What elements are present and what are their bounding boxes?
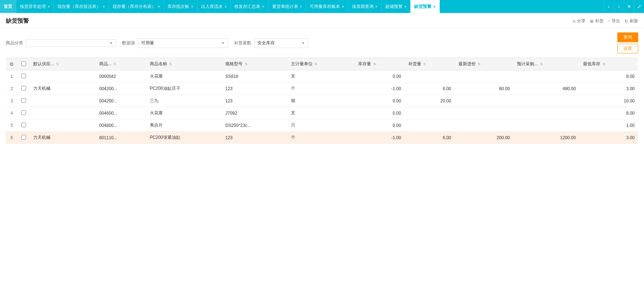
- nav-tab-5[interactable]: 出入库流水 ×: [197, 0, 231, 13]
- filter-actions: 查询 设置: [617, 32, 638, 53]
- row-product-name-4: 火花塞: [146, 107, 222, 119]
- row-unit-2: 个: [287, 83, 355, 95]
- refresh-button[interactable]: ↻ 刷新: [625, 18, 638, 24]
- row-product-name-5: 离合片: [146, 119, 222, 132]
- nav-close-button[interactable]: ✕: [624, 0, 634, 13]
- datasource-label: 数据源: [122, 40, 135, 46]
- unit-sort-icon: ⇅: [314, 62, 317, 66]
- row-product-code-1: 0000042: [96, 70, 146, 83]
- category-label: 商品分类: [6, 40, 23, 46]
- share-button[interactable]: ⎋ 分享: [573, 18, 586, 24]
- replenish-qty-sort-icon: ⇅: [423, 62, 426, 66]
- col-replenish-qty[interactable]: 补货量 ⇅: [405, 58, 455, 70]
- main-content: 缺货预警 ⎋ 分享 ⊞ 补货 ↑ 导出 ↻ 刷新 商品分类: [0, 13, 644, 287]
- category-select[interactable]: ▼: [26, 39, 116, 47]
- datasource-select[interactable]: 可用量 ▼: [138, 38, 228, 48]
- nav-tab-11[interactable]: 缺货预警 ×: [410, 0, 439, 13]
- row-spec-1: SS816: [222, 70, 287, 83]
- row-checkbox-6[interactable]: [18, 132, 30, 144]
- close-tab-2[interactable]: ×: [103, 4, 105, 9]
- page-title: 缺货预警: [6, 17, 29, 25]
- share-icon: ⎋: [573, 19, 575, 24]
- close-tab-7[interactable]: ×: [300, 4, 302, 9]
- replenish-label: 补货基数: [234, 40, 251, 46]
- nav-expand-button[interactable]: ⤢: [634, 0, 644, 13]
- row-product-name-2: PC200油缸庄子: [146, 83, 222, 95]
- nav-tab-8[interactable]: 可用量库存账本 ×: [306, 0, 348, 13]
- query-button[interactable]: 查询: [617, 32, 638, 42]
- col-unit[interactable]: 主计量单位 ⇅: [287, 58, 355, 70]
- close-tab-5[interactable]: ×: [225, 4, 227, 9]
- nav-tab-home[interactable]: 首页: [0, 0, 16, 13]
- row-stock-3: 0.00: [354, 95, 405, 107]
- row-spec-2: 123: [222, 83, 287, 95]
- select-all-checkbox[interactable]: [21, 61, 26, 66]
- row-stock-6: -1.00: [354, 132, 405, 144]
- col-product-code[interactable]: 商品... ⇅: [96, 58, 146, 70]
- latest-price-sort-icon: ⇅: [478, 62, 480, 66]
- nav-prev-button[interactable]: ‹: [604, 0, 614, 13]
- product-name-sort-icon: ⇅: [169, 62, 172, 66]
- export-button[interactable]: ↑ 导出: [608, 18, 620, 24]
- replenish-value: 安全库存: [257, 40, 275, 46]
- gear-icon[interactable]: ⚙: [9, 61, 14, 67]
- col-est-purchase[interactable]: 预计采购... ⇅: [513, 58, 579, 70]
- nav-tab-10[interactable]: 超储预警 ×: [382, 0, 410, 13]
- data-table-container: ⚙ 默认供应... ⇅ 商品... ⇅ 商品名称 ⇅: [0, 58, 644, 144]
- row-spec-3: 123: [222, 95, 287, 107]
- nav-tab-2[interactable]: 现存量（库存状况表） ×: [54, 0, 109, 13]
- row-num-5: 5: [6, 119, 18, 132]
- table-row: 6 力天机械 801110... PC200张紧油缸 123 个 -1.00 6…: [6, 132, 638, 144]
- row-spec-6: 123: [222, 132, 287, 144]
- row-est-purchase-4: [513, 107, 579, 119]
- col-spec[interactable]: 规格型号 ⇅: [222, 58, 287, 70]
- table-row: 3 004200... 三九 123 箱 0.00 20.00 10.00: [6, 95, 638, 107]
- row-product-code-2: 004200...: [96, 83, 146, 95]
- replenish-icon: ⊞: [590, 19, 593, 24]
- row-min-stock-3: 10.00: [579, 95, 638, 107]
- close-tab-8[interactable]: ×: [342, 4, 344, 9]
- close-tab-11[interactable]: ×: [433, 4, 435, 9]
- replenish-button[interactable]: ⊞ 补货: [590, 18, 604, 24]
- row-unit-1: 支: [287, 70, 355, 83]
- row-supplier-3: [30, 95, 96, 107]
- nav-tab-9[interactable]: 保质期查询 ×: [348, 0, 382, 13]
- row-checkbox-2[interactable]: [18, 83, 30, 95]
- nav-tab-1[interactable]: 拣货异常处理 ×: [16, 0, 54, 13]
- row-min-stock-5: 1.00: [579, 119, 638, 132]
- row-checkbox-3[interactable]: [18, 95, 30, 107]
- nav-tab-4[interactable]: 库存批次账 ×: [164, 0, 197, 13]
- row-checkbox-5[interactable]: [18, 119, 30, 132]
- col-latest-price[interactable]: 最新进价 ⇅: [455, 58, 514, 70]
- col-product-name[interactable]: 商品名称 ⇅: [146, 58, 222, 70]
- nav-tab-3[interactable]: 现存量（库存分布表） ×: [109, 0, 164, 13]
- col-gear[interactable]: ⚙: [6, 58, 18, 70]
- close-tab-6[interactable]: ×: [262, 4, 264, 9]
- replenish-select[interactable]: 安全库存 ▼: [254, 38, 308, 48]
- supplier-sort-icon: ⇅: [56, 62, 59, 66]
- close-tab-10[interactable]: ×: [404, 4, 406, 9]
- nav-tab-6[interactable]: 收发存汇总表 ×: [231, 0, 268, 13]
- col-min-stock[interactable]: 最低库存 ⇅: [579, 58, 638, 70]
- row-latest-price-3: [455, 95, 514, 107]
- close-tab-1[interactable]: ×: [48, 4, 50, 9]
- row-num-4: 4: [6, 107, 18, 119]
- col-supplier[interactable]: 默认供应... ⇅: [30, 58, 96, 70]
- row-checkbox-1[interactable]: [18, 70, 30, 83]
- row-checkbox-4[interactable]: [18, 107, 30, 119]
- row-supplier-6: 力天机械: [30, 132, 96, 144]
- replenish-filter: 补货基数 安全库存 ▼: [234, 38, 308, 48]
- settings-button[interactable]: 设置: [617, 44, 638, 53]
- nav-next-button[interactable]: ›: [614, 0, 624, 13]
- row-min-stock-4: 8.00: [579, 107, 638, 119]
- row-latest-price-4: [455, 107, 514, 119]
- spec-sort-icon: ⇅: [245, 62, 248, 66]
- col-checkbox: [18, 58, 30, 70]
- close-tab-9[interactable]: ×: [375, 4, 378, 9]
- close-tab-4[interactable]: ×: [191, 4, 193, 9]
- row-min-stock-1: 8.00: [579, 70, 638, 83]
- col-stock[interactable]: 库存量 ⇅: [354, 58, 405, 70]
- nav-tab-7[interactable]: 要货单统计表 ×: [269, 0, 306, 13]
- close-tab-3[interactable]: ×: [158, 4, 160, 9]
- row-min-stock-6: 3.00: [579, 132, 638, 144]
